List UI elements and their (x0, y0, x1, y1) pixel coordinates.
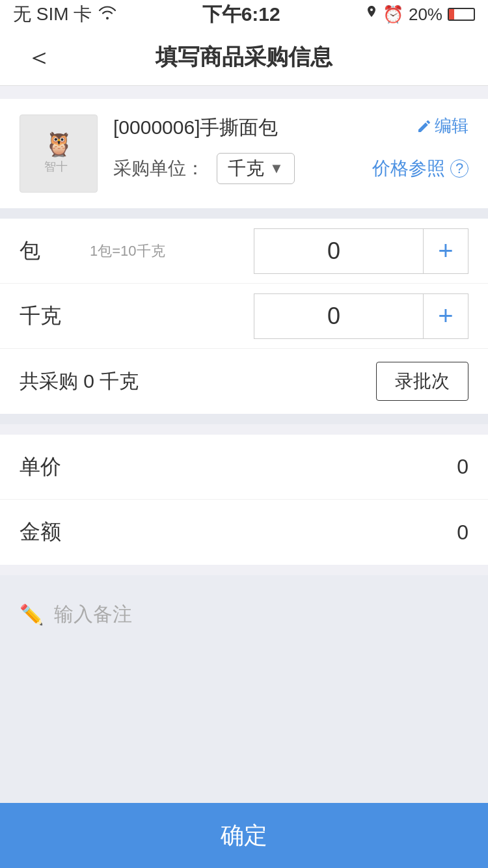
status-bar: 无 SIM 卡 下午6:12 ⏰ 20% (0, 0, 488, 29)
battery-pct: 20% (409, 5, 442, 25)
edit-button[interactable]: 编辑 (416, 115, 468, 137)
input-row-bag: 包 1包=10千克 + (0, 219, 488, 284)
chevron-down-icon: ▼ (269, 160, 284, 177)
input-section: 包 1包=10千克 + 千克 + (0, 219, 488, 349)
pencil-icon: ✏️ (20, 603, 44, 626)
wifi-icon (98, 4, 116, 25)
location-icon (366, 5, 377, 25)
product-logo-icon: 🦉 (44, 133, 74, 156)
help-icon: ? (450, 159, 468, 178)
product-card: 🦉 智十 [0000006]手撕面包 编辑 采购单位： 千克 ▼ 价格 (0, 99, 488, 208)
price-section: 单价 0 金额 0 (0, 435, 488, 565)
status-left: 无 SIM 卡 (13, 2, 116, 27)
alarm-icon: ⏰ (383, 5, 403, 25)
amount-label: 金额 (20, 518, 61, 547)
record-batch-button[interactable]: 录批次 (376, 362, 468, 401)
section-divider-2 (0, 414, 488, 424)
status-time: 下午6:12 (202, 1, 280, 28)
product-info: [0000006]手撕面包 编辑 采购单位： 千克 ▼ 价格参照 ? (113, 115, 468, 184)
kg-increment-button[interactable]: + (423, 293, 468, 339)
back-button[interactable]: ＜ (20, 33, 59, 81)
unit-price-label: 单价 (20, 453, 61, 481)
page-title: 填写商品采购信息 (156, 42, 332, 72)
price-reference-button[interactable]: 价格参照 ? (372, 156, 468, 181)
status-right: ⏰ 20% (366, 5, 475, 25)
nav-bar: ＜ 填写商品采购信息 (0, 29, 488, 86)
product-logo-text: 智十 (44, 159, 74, 174)
input-row-kg: 千克 + (0, 284, 488, 349)
note-section[interactable]: ✏️ 输入备注 (0, 575, 488, 653)
product-image: 🦉 智十 (20, 115, 98, 193)
kg-quantity-input[interactable] (254, 293, 423, 339)
product-name: [0000006]手撕面包 (113, 115, 278, 141)
note-placeholder: 输入备注 (54, 601, 132, 628)
summary-row: 共采购 0 千克 录批次 (0, 349, 488, 414)
section-divider-1 (0, 208, 488, 219)
amount-row: 金额 0 (0, 500, 488, 565)
battery-indicator (448, 8, 475, 21)
unit-prefix: 采购单位： (113, 158, 204, 178)
unit-price-value: 0 (457, 455, 468, 479)
total-purchase-text: 共采购 0 千克 (20, 368, 139, 395)
confirm-button[interactable]: 确定 (0, 803, 488, 868)
unit-value: 千克 (228, 156, 264, 181)
unit-selector[interactable]: 千克 ▼ (217, 153, 295, 184)
bag-increment-button[interactable]: + (423, 228, 468, 274)
amount-value: 0 (457, 521, 468, 545)
bag-sublabel: 1包=10千克 (90, 241, 165, 261)
carrier-label: 无 SIM 卡 (13, 2, 92, 27)
bag-quantity-input[interactable] (254, 228, 423, 274)
bag-label: 包 (20, 237, 85, 265)
unit-price-row: 单价 0 (0, 435, 488, 500)
kg-label: 千克 (20, 302, 85, 331)
